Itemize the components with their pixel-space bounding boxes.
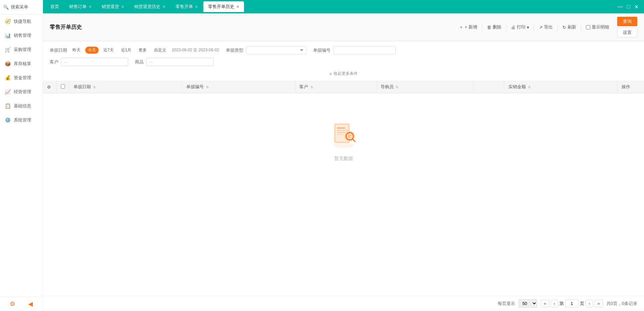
sidebar-item-inventory[interactable]: 📦 库存核算 <box>0 57 43 71</box>
page-header: 零售开单历史 ＋ + 新增 🗑 删除 🖨 打印 ▾ <box>43 13 644 41</box>
type-select[interactable] <box>246 46 306 54</box>
tab-retail-open-history[interactable]: 零售开单历史 ✕ <box>203 1 244 12</box>
th-date-label: 单据日期 <box>73 84 91 89</box>
table-area: ⚙ 单据日期 ⇅ 单据编号 ⇅ 客户 <box>43 81 644 296</box>
tab-retail-open-close[interactable]: ✕ <box>195 5 198 9</box>
refresh-button[interactable]: ↻ 刷新 <box>562 24 576 30</box>
last-page-btn[interactable]: » <box>594 300 603 307</box>
th-amount[interactable]: 实销金额 ⇅ <box>504 81 617 93</box>
th-number-label: 单据编号 <box>186 84 204 89</box>
display-detail-checkbox[interactable] <box>586 25 590 30</box>
svg-rect-6 <box>337 134 344 135</box>
th-customer[interactable]: 客户 ⇅ <box>295 81 376 93</box>
footer-collapse-btn[interactable]: ◀ <box>28 300 33 308</box>
tab-retail-open[interactable]: 零售开单 ✕ <box>171 1 203 12</box>
basic-info-icon: 📋 <box>5 103 11 109</box>
sidebar-item-label: 采购管理 <box>14 47 31 53</box>
page-title: 零售开单历史 <box>50 24 82 31</box>
sales-mgmt-icon: 📊 <box>5 33 11 39</box>
date-btn-custom[interactable]: 自定义 <box>151 47 169 54</box>
tab-sales-return-history-label: 销货退货历史 <box>134 4 160 10</box>
tab-sales-order-close[interactable]: ✕ <box>89 5 92 9</box>
sidebar-item-basic-info[interactable]: 📋 基础信息 <box>0 99 43 113</box>
page-num-input[interactable] <box>565 300 579 307</box>
add-button[interactable]: ＋ + 新增 <box>459 24 477 30</box>
empty-state-row: 暂无数据 <box>43 93 644 189</box>
date-btn-1month[interactable]: 近1月 <box>118 47 134 54</box>
salesperson-sort-icon: ⇅ <box>396 85 398 89</box>
data-table: ⚙ 单据日期 ⇅ 单据编号 ⇅ 客户 <box>43 81 644 189</box>
customer-input[interactable]: ··· <box>61 58 128 66</box>
sidebar-item-label: 资金管理 <box>14 75 31 81</box>
number-input[interactable] <box>333 46 396 54</box>
tab-retail-open-history-label: 零售开单历史 <box>208 4 234 10</box>
sidebar-search[interactable]: 🔍 搜索采单 <box>0 0 43 14</box>
tab-sales-order[interactable]: 销售订单 ✕ <box>64 1 96 12</box>
sidebar-item-label: 库存核算 <box>14 61 31 67</box>
sidebar-item-label: 基础信息 <box>14 103 31 109</box>
sidebar-item-quick-nav[interactable]: 🧭 快捷导航 <box>0 14 43 29</box>
tab-retail-open-label: 零售开单 <box>176 4 193 10</box>
svg-point-0 <box>334 143 354 148</box>
sidebar-item-label: 销售管理 <box>14 33 31 39</box>
sidebar: 🔍 搜索采单 🧭 快捷导航 📊 销售管理 🛒 采购管理 📦 库存核算 💰 资金管… <box>0 0 43 311</box>
date-filter: 单据日期 昨天 今天 近7天 近1月 更多 自定义 2023-06-02 至 2… <box>50 47 219 54</box>
th-salesperson[interactable]: 导购员 ⇅ <box>376 81 473 93</box>
toolbar-divider-5 <box>581 24 581 30</box>
add-icon: ＋ <box>459 24 463 30</box>
tab-sales-return-close[interactable]: ✕ <box>121 5 124 9</box>
number-filter: 单据编号 <box>313 46 396 54</box>
collapse-more-btn[interactable]: ∧ 收起更多条件 <box>50 69 637 78</box>
th-amount-label: 实销金额 <box>508 84 526 89</box>
tab-sales-return[interactable]: 销货退货 ✕ <box>97 1 129 12</box>
sidebar-item-purchase-mgmt[interactable]: 🛒 采购管理 <box>0 43 43 57</box>
refresh-icon: ↻ <box>562 25 566 30</box>
th-date[interactable]: 单据日期 ⇅ <box>69 81 182 93</box>
svg-rect-3 <box>337 127 345 128</box>
print-button[interactable]: 🖨 打印 ▾ <box>511 24 529 30</box>
date-btn-today[interactable]: 今天 <box>85 47 99 54</box>
page-size-select[interactable]: 10 20 50 100 <box>518 299 537 308</box>
toolbar-divider-3 <box>534 24 534 30</box>
toolbar: ＋ + 新增 🗑 删除 🖨 打印 ▾ ↗ 导出 <box>459 17 637 38</box>
close-btn[interactable]: ✕ <box>634 4 639 10</box>
sys-mgmt-icon: ⚙️ <box>5 117 11 123</box>
footer-settings-btn[interactable]: ⚙ <box>10 300 15 308</box>
th-number[interactable]: 单据编号 ⇅ <box>182 81 295 93</box>
th-settings[interactable]: ⚙ <box>43 81 56 93</box>
table-body: 暂无数据 <box>43 93 644 189</box>
customer-label: 客户 <box>50 59 58 65</box>
toolbar-divider-4 <box>557 24 558 30</box>
tab-home[interactable]: 首页 <box>46 1 64 12</box>
maximize-btn[interactable]: □ <box>627 4 630 10</box>
settings-button[interactable]: 设置 <box>617 28 637 38</box>
sidebar-footer: ⚙ ◀ <box>0 297 43 311</box>
sidebar-item-operations[interactable]: 📈 经营管理 <box>0 85 43 99</box>
date-btn-yesterday[interactable]: 昨天 <box>70 47 83 54</box>
sidebar-item-finance[interactable]: 💰 资金管理 <box>0 71 43 85</box>
empty-text: 暂无数据 <box>334 156 353 162</box>
tab-sales-return-history[interactable]: 销货退货历史 ✕ <box>130 1 170 12</box>
goods-input[interactable]: ··· <box>146 58 213 66</box>
date-btn-more[interactable]: 更多 <box>136 47 149 54</box>
th-actions-label: 操作 <box>622 84 630 89</box>
type-filter: 单据类型 <box>226 46 306 54</box>
query-button[interactable]: 查询 <box>617 17 637 26</box>
sidebar-item-sales-mgmt[interactable]: 📊 销售管理 <box>0 29 43 43</box>
prev-page-btn[interactable]: ‹ <box>551 300 558 307</box>
display-detail-toggle[interactable]: 显示明细 <box>586 24 609 30</box>
first-page-btn[interactable]: « <box>541 300 549 307</box>
search-icon: 🔍 <box>3 5 9 10</box>
sidebar-item-sys-mgmt[interactable]: ⚙️ 系统管理 <box>0 113 43 127</box>
select-all-checkbox[interactable] <box>61 84 65 89</box>
date-btn-7days[interactable]: 近7天 <box>101 47 116 54</box>
export-button[interactable]: ↗ 导出 <box>539 24 553 30</box>
toolbar-divider-2 <box>506 24 506 30</box>
tab-retail-open-history-close[interactable]: ✕ <box>236 5 239 9</box>
tab-sales-return-history-close[interactable]: ✕ <box>162 5 165 9</box>
delete-button[interactable]: 🗑 删除 <box>487 24 501 30</box>
purchase-mgmt-icon: 🛒 <box>5 47 11 53</box>
svg-rect-4 <box>337 130 348 131</box>
next-page-btn[interactable]: › <box>586 300 593 307</box>
minimize-btn[interactable]: — <box>617 4 623 10</box>
